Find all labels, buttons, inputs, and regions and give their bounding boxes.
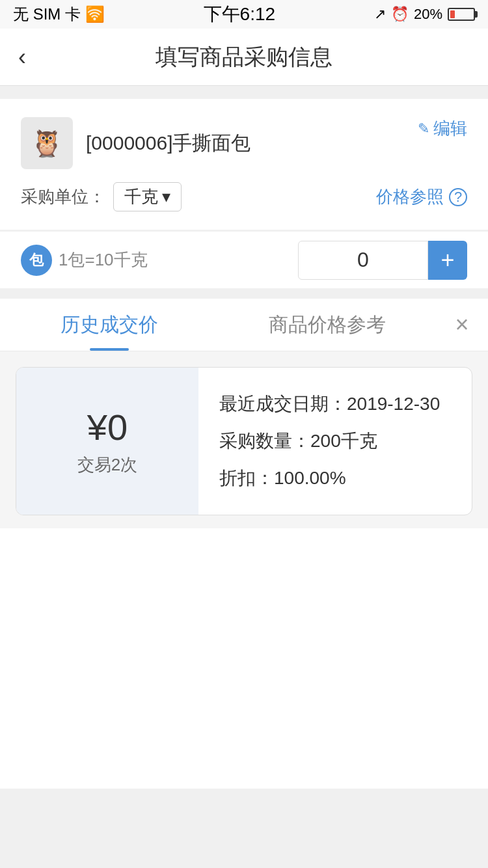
unit-value: 千克 [124, 185, 158, 208]
tabs-panel: 历史成交价 商品价格参考 × ¥0 交易2次 最近成交日期：2019-12-30… [0, 299, 488, 528]
battery-fill [450, 10, 455, 18]
purchase-unit: 采购单位： 千克 ▾ [21, 182, 182, 211]
unit-select-dropdown[interactable]: 千克 ▾ [113, 182, 182, 211]
product-header: 🦉 [0000006]手撕面包 ✎ 编辑 [21, 117, 467, 169]
tabs-header: 历史成交价 商品价格参考 × [0, 299, 488, 351]
product-logo-icon: 🦉 [31, 128, 63, 159]
product-bottom: 采购单位： 千克 ▾ 价格参照 ? [21, 182, 467, 211]
battery-icon [448, 8, 475, 21]
product-name: [0000006]手撕面包 [86, 130, 251, 157]
quantity-label: 包 1包=10千克 [21, 245, 148, 276]
bag-conversion-text: 1包=10千克 [59, 249, 148, 271]
info-purchase-qty-row: 采购数量：200千克 [219, 428, 451, 454]
quantity-row: 包 1包=10千克 + [0, 231, 488, 288]
recent-date-label: 最近成交日期： [219, 394, 347, 414]
product-thumbnail: 🦉 [21, 117, 73, 169]
status-bar: 无 SIM 卡 🛜 下午6:12 ↗ ⏰ 20% [0, 0, 488, 29]
bag-icon-label: 包 [29, 251, 44, 270]
info-right-panel: 最近成交日期：2019-12-30 采购数量：200千克 折扣：100.00% [198, 368, 472, 515]
price-value: 0 [107, 407, 128, 448]
tab-product-price-ref-label: 商品价格参考 [269, 312, 386, 338]
close-icon: × [455, 311, 468, 338]
edit-button[interactable]: ✎ 编辑 [418, 117, 467, 140]
status-time: 下午6:12 [204, 2, 276, 27]
purchase-qty-value: 200千克 [310, 431, 377, 451]
dropdown-arrow-icon: ▾ [162, 187, 170, 207]
white-bottom-area [0, 528, 488, 789]
discount-value: 100.00% [274, 468, 346, 488]
discount-label: 折扣： [219, 468, 274, 488]
tab-history-price[interactable]: 历史成交价 [0, 299, 218, 351]
bag-icon: 包 [21, 245, 52, 276]
info-left-panel: ¥0 交易2次 [16, 368, 198, 515]
product-card: 🦉 [0000006]手撕面包 ✎ 编辑 采购单位： 千克 ▾ 价格参照 ? [0, 99, 488, 230]
quantity-input-area: + [298, 241, 467, 280]
currency-symbol: ¥ [87, 407, 107, 448]
sim-wifi-text: 无 SIM 卡 🛜 [13, 4, 105, 25]
edit-icon: ✎ [418, 120, 429, 137]
purchase-qty-label: 采购数量： [219, 431, 310, 451]
info-discount-row: 折扣：100.00% [219, 465, 451, 491]
quantity-input[interactable] [298, 241, 428, 280]
info-price: ¥0 [87, 406, 128, 448]
tab-history-price-label: 历史成交价 [61, 312, 158, 338]
price-ref-label: 价格参照 [376, 185, 444, 208]
nav-bar: ‹ 填写商品采购信息 [0, 29, 488, 86]
info-card: ¥0 交易2次 最近成交日期：2019-12-30 采购数量：200千克 折扣：… [16, 367, 472, 515]
price-ref-button[interactable]: 价格参照 ? [376, 185, 467, 208]
battery-percent: 20% [414, 6, 442, 23]
location-icon: ↗ [374, 6, 386, 23]
tab-close-button[interactable]: × [436, 299, 488, 351]
quantity-plus-button[interactable]: + [428, 241, 467, 280]
product-left: 🦉 [0000006]手撕面包 [21, 117, 251, 169]
tab-product-price-ref[interactable]: 商品价格参考 [218, 299, 436, 351]
price-ref-help-icon: ? [449, 188, 467, 206]
plus-icon: + [441, 247, 454, 274]
recent-date-value: 2019-12-30 [347, 394, 440, 414]
status-left: 无 SIM 卡 🛜 [13, 4, 105, 25]
status-right: ↗ ⏰ 20% [374, 6, 475, 23]
alarm-icon: ⏰ [391, 6, 409, 23]
back-button[interactable]: ‹ [18, 44, 26, 71]
purchase-unit-label: 采购单位： [21, 185, 105, 208]
page-title: 填写商品采购信息 [156, 42, 332, 72]
info-transactions: 交易2次 [77, 454, 137, 476]
info-recent-date-row: 最近成交日期：2019-12-30 [219, 391, 451, 416]
section-divider [0, 288, 488, 299]
edit-label: 编辑 [433, 117, 467, 140]
